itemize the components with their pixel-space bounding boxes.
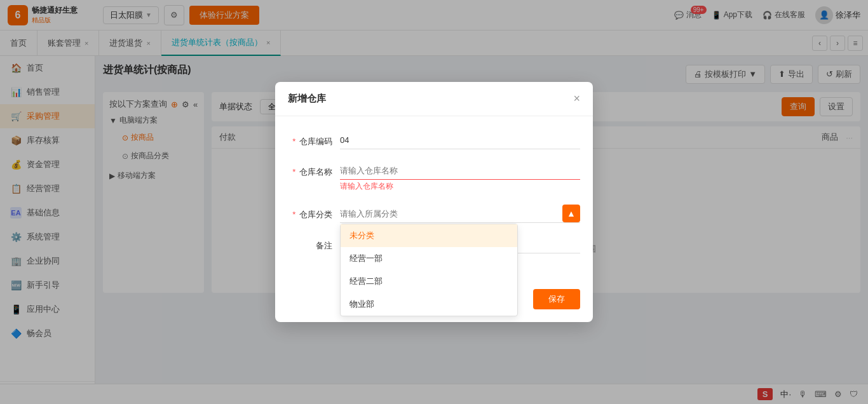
category-label: * 仓库分类: [288, 205, 332, 220]
name-field-col: 请输入仓库名称: [340, 162, 580, 192]
dropdown-item-unclassified[interactable]: 未分类: [341, 224, 517, 247]
category-toggle-button[interactable]: ▲: [562, 205, 580, 222]
modal-overlay: 新增仓库 × * 仓库编码 * 仓库名称: [0, 0, 868, 404]
category-dropdown: 未分类 经营一部 经营二部 物业部: [340, 224, 518, 316]
name-label: * 仓库名称: [288, 162, 332, 178]
category-input[interactable]: [340, 205, 562, 222]
modal-close-button[interactable]: ×: [573, 92, 580, 105]
form-row-name: * 仓库名称 请输入仓库名称: [288, 162, 580, 192]
dropdown-item-dept1[interactable]: 经营一部: [341, 247, 517, 270]
category-input-wrap: ▲ 未分类 经营一部 经营二部 物业部: [340, 205, 580, 223]
new-warehouse-modal: 新增仓库 × * 仓库编码 * 仓库名称: [275, 82, 593, 322]
dropdown-item-dept3[interactable]: 物业部: [341, 293, 517, 316]
modal-title: 新增仓库: [288, 93, 326, 105]
name-error-msg: 请输入仓库名称: [340, 181, 580, 192]
form-row-category: * 仓库分类 ▲ 未分类 经营一部 经营二部 物业部: [288, 205, 580, 223]
save-button[interactable]: 保存: [533, 289, 580, 309]
form-row-code: * 仓库编码: [288, 131, 580, 149]
remark-label: 备注: [288, 236, 332, 252]
modal-header: 新增仓库 ×: [275, 82, 593, 116]
code-field-col: [340, 131, 580, 149]
dropdown-item-dept2[interactable]: 经营二部: [341, 270, 517, 293]
warehouse-name-input[interactable]: [340, 162, 580, 180]
warehouse-code-input[interactable]: [340, 131, 580, 149]
modal-body: * 仓库编码 * 仓库名称 请输入仓库名称: [275, 116, 593, 281]
code-label: * 仓库编码: [288, 131, 332, 147]
